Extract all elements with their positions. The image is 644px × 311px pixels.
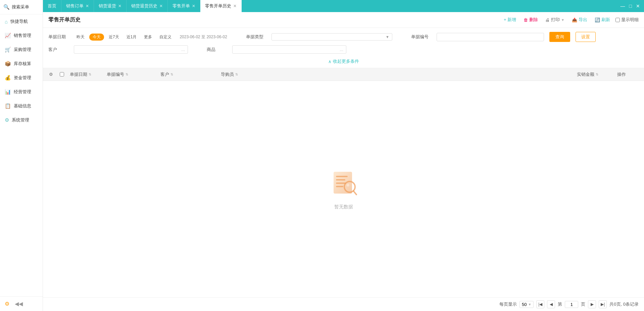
window-controls: — □ ✕ — [621, 3, 644, 9]
print-arrow-icon: ▼ — [561, 18, 564, 22]
prev-page-button[interactable]: ◀ — [547, 300, 555, 308]
table-header: ⚙ 单据日期 ⇅ 单据编号 ⇅ 客户 ⇅ 导购员 ⇅ — [43, 68, 644, 81]
th-date[interactable]: 单据日期 ⇅ — [67, 71, 104, 77]
tab-sales-order-close[interactable]: ✕ — [86, 4, 89, 8]
settings-button[interactable]: 设置 — [576, 32, 596, 42]
th-amount[interactable]: 实销金额 ⇅ — [574, 71, 614, 77]
goods-input[interactable] — [235, 47, 340, 52]
date-btn-1month[interactable]: 近1月 — [124, 34, 140, 41]
tab-sales-return-history[interactable]: 销货退货历史 ✕ — [127, 0, 168, 12]
tab-sales-order[interactable]: 销售订单 ✕ — [61, 0, 94, 12]
home-icon: ⌂ — [5, 19, 8, 24]
table-area: ⚙ 单据日期 ⇅ 单据编号 ⇅ 客户 ⇅ 导购员 ⇅ — [43, 68, 644, 311]
refresh-button[interactable]: 🔄 刷新 — [593, 15, 612, 24]
operations-icon: 📊 — [5, 89, 11, 95]
tab-retail-open-close[interactable]: ✕ — [192, 4, 195, 8]
print-button[interactable]: 🖨 打印 ▼ — [543, 15, 566, 24]
page-size-arrow: ▼ — [528, 303, 531, 306]
settings-bottom-icon[interactable]: ⚙ — [5, 301, 9, 307]
customer-label: 客户 — [48, 47, 68, 53]
doc-type-select[interactable]: ▼ — [271, 33, 392, 41]
add-button[interactable]: + 新增 — [502, 15, 518, 24]
tab-sales-return-history-close[interactable]: ✕ — [159, 4, 163, 8]
sidebar-item-basic-info[interactable]: 📋 基础信息 — [0, 99, 43, 113]
export-icon: 📤 — [572, 17, 577, 22]
doc-no-input[interactable] — [440, 35, 541, 40]
date-filter-label: 单据日期 — [48, 34, 68, 40]
tab-retail-open[interactable]: 零售开单 ✕ — [168, 0, 200, 12]
collapse-up-icon: ∧ — [328, 59, 332, 64]
select-all-checkbox[interactable] — [56, 72, 67, 76]
per-page-label: 每页显示 — [499, 301, 517, 307]
current-page-label: 第 — [558, 301, 562, 307]
sidebar: 🔍 搜索采单 ⌂ 快捷导航 📈 销售管理 🛒 采购管理 📦 库存核算 💰 资金管… — [0, 0, 43, 311]
svg-rect-1 — [336, 176, 348, 177]
display-detail-input[interactable] — [615, 18, 620, 22]
filter-area: 单据日期 昨天 今天 近7天 近1月 更多 自定义 2023-06-02 至 2… — [43, 28, 644, 68]
page-suffix-label: 页 — [581, 301, 585, 307]
minimize-button[interactable]: — — [621, 3, 625, 9]
sys-icon: ⚙ — [5, 117, 9, 123]
sidebar-item-label: 库存核算 — [14, 61, 31, 67]
sidebar-item-sales-mgmt[interactable]: 📈 销售管理 — [0, 29, 43, 43]
svg-rect-2 — [336, 179, 345, 180]
date-btn-7days[interactable]: 近7天 — [106, 34, 122, 41]
tab-home[interactable]: 首页 — [43, 0, 61, 12]
th-no[interactable]: 单据编号 ⇅ — [104, 71, 158, 77]
date-btn-today[interactable]: 今天 — [89, 34, 104, 41]
customer-input[interactable] — [77, 47, 181, 52]
close-button[interactable]: ✕ — [636, 3, 640, 9]
maximize-button[interactable]: □ — [629, 3, 632, 9]
th-customer[interactable]: 客户 ⇅ — [158, 71, 218, 77]
tab-sales-return-close[interactable]: ✕ — [118, 4, 121, 8]
empty-text: 暂无数据 — [334, 204, 353, 210]
select-all-input[interactable] — [60, 72, 64, 76]
search-icon: 🔍 — [3, 4, 10, 10]
collapse-bar[interactable]: ∧ 收起更多条件 — [48, 57, 639, 66]
date-btn-yesterday[interactable]: 昨天 — [74, 34, 87, 41]
svg-line-6 — [353, 191, 356, 195]
last-page-button[interactable]: ▶| — [599, 300, 607, 308]
page-number-input[interactable]: 1 — [565, 301, 578, 308]
goods-ellipsis-icon[interactable]: ... — [340, 47, 343, 52]
date-btn-more[interactable]: 更多 — [141, 34, 155, 41]
tab-retail-history-close[interactable]: ✕ — [233, 4, 237, 8]
delete-icon: 🗑 — [524, 17, 528, 22]
main-area: 首页 销售订单 ✕ 销货退货 ✕ 销货退货历史 ✕ 零售开单 ✕ 零售开单历史 … — [43, 0, 644, 311]
tab-retail-history[interactable]: 零售开单历史 ✕ — [200, 0, 242, 12]
goods-input-wrapper: ... — [232, 45, 346, 54]
svg-rect-4 — [336, 186, 343, 187]
sidebar-item-sys-mgmt[interactable]: ⚙ 系统管理 — [0, 113, 43, 127]
th-action-label: 操作 — [617, 71, 626, 77]
page-size-value: 50 — [522, 302, 527, 307]
sidebar-item-label: 销售管理 — [14, 33, 31, 39]
sidebar-item-purchase-mgmt[interactable]: 🛒 采购管理 — [0, 43, 43, 57]
page-size-select[interactable]: 50 ▼ — [519, 301, 534, 308]
export-button[interactable]: 📤 导出 — [570, 15, 589, 24]
th-salesperson-label: 导购员 — [221, 71, 234, 77]
pagination: 每页显示 50 ▼ |◀ ◀ 第 1 页 ▶ ▶| 共0页, 0条记录 — [43, 297, 644, 311]
tab-home-label: 首页 — [48, 3, 56, 9]
display-detail-label: 显示明细 — [621, 17, 639, 23]
sidebar-item-operations[interactable]: 📊 经营管理 — [0, 85, 43, 99]
customer-ellipsis-icon[interactable]: ... — [181, 47, 185, 52]
query-button[interactable]: 查询 — [549, 32, 570, 42]
collapse-sidebar-icon[interactable]: ◀◀ — [15, 301, 23, 307]
sidebar-item-quick-nav[interactable]: ⌂ 快捷导航 — [0, 14, 43, 29]
delete-button[interactable]: 🗑 删除 — [522, 15, 540, 24]
sidebar-item-label: 系统管理 — [12, 117, 29, 123]
next-page-button[interactable]: ▶ — [588, 300, 596, 308]
th-salesperson[interactable]: 导购员 ⇅ — [218, 71, 258, 77]
date-btn-custom[interactable]: 自定义 — [157, 34, 174, 41]
display-detail-checkbox[interactable]: 显示明细 — [615, 17, 639, 23]
first-page-button[interactable]: |◀ — [536, 300, 544, 308]
tab-sales-return[interactable]: 销货退货 ✕ — [94, 0, 127, 12]
sidebar-item-finance[interactable]: 💰 资金管理 — [0, 71, 43, 85]
date-buttons: 昨天 今天 近7天 近1月 更多 自定义 — [74, 34, 174, 41]
column-settings-icon[interactable]: ⚙ — [46, 72, 56, 77]
sales-icon: 📈 — [5, 33, 11, 39]
filter-row-2: 客户 ... 商品 ... — [48, 45, 639, 54]
sidebar-search[interactable]: 🔍 搜索采单 — [0, 0, 43, 14]
th-action: 操作 — [614, 71, 641, 77]
sidebar-item-inventory[interactable]: 📦 库存核算 — [0, 57, 43, 71]
